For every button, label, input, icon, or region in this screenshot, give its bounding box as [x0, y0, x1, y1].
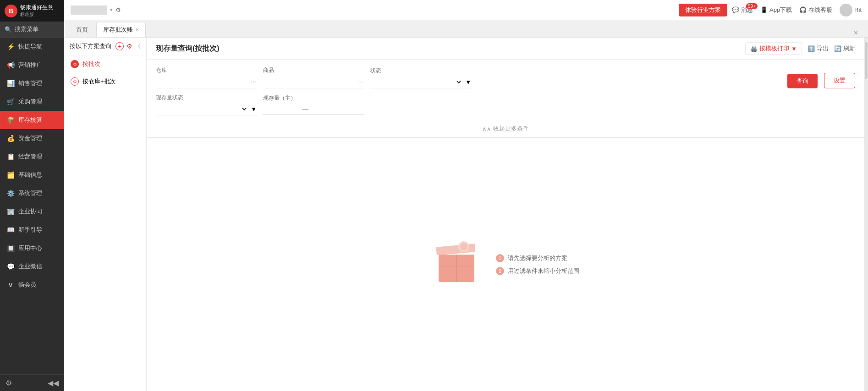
right-content: 现存量查询(按批次) 🖨️ 按模板打印 ▼ ⬆️ 导出 🔄 刷新 — [147, 38, 864, 391]
filter-settings-button[interactable]: 设置 — [824, 73, 855, 88]
collapse-more-icon: ∧∧ — [482, 125, 491, 132]
inventory-qty-min-input[interactable] — [263, 106, 300, 113]
message-icon: 💬 — [732, 6, 739, 13]
sidebar-item-appstore[interactable]: 🔲 应用中心 — [0, 239, 64, 257]
export-button[interactable]: ⬆️ 导出 — [808, 44, 829, 53]
print-button[interactable]: 🖨️ 按模板打印 ▼ — [745, 42, 802, 55]
tip-text-1: 请先选择要分析的方案 — [508, 254, 567, 262]
member-icon: V — [6, 281, 15, 289]
sidebar-search-label: 搜索菜单 — [15, 25, 38, 33]
sidebar-item-label: 应用中心 — [18, 244, 42, 252]
tab-close-icon[interactable]: × — [136, 27, 139, 33]
sidebar-item-label: 销售管理 — [18, 79, 42, 87]
query-button[interactable]: 查询 — [787, 74, 818, 88]
sidebar-item-sales[interactable]: 📊 销售管理 — [0, 74, 64, 92]
scrollbar-thumb[interactable] — [865, 42, 868, 79]
scrollbar-track — [865, 38, 868, 391]
filter-row-1: 仓库 ··· 商品 ··· — [156, 66, 855, 88]
inventory-qty-max-input[interactable] — [311, 106, 348, 113]
sidebar-item-business[interactable]: 📋 经营管理 — [0, 147, 64, 166]
plan-item-by-warehouse-batch[interactable]: ⚙ 按仓库+批次 — [64, 73, 146, 90]
sidebar: B 畅康通好生意 标准版 🔍 搜索菜单 ⚡ 快捷导航 📢 营销推广 📊 销售管理… — [0, 0, 64, 391]
service-icon: 🎧 — [799, 6, 807, 13]
add-plan-button[interactable]: + — [115, 42, 124, 50]
empty-tip-2: 2 用过滤条件来缩小分析范围 — [496, 267, 579, 275]
app-logo: B — [5, 5, 17, 17]
left-panel: 按以下方案查询 + ⚙ 《 ⚙ 按批次 ⚙ 按仓库+批次 — [64, 38, 147, 391]
sidebar-item-guide[interactable]: 📖 新手引导 — [0, 221, 64, 239]
sidebar-search[interactable]: 🔍 搜索菜单 — [0, 22, 64, 38]
sidebar-item-quick-nav[interactable]: ⚡ 快捷导航 — [0, 38, 64, 56]
refresh-icon: 🔄 — [834, 45, 841, 52]
sidebar-item-system[interactable]: ⚙️ 系统管理 — [0, 184, 64, 202]
settings-icon[interactable]: ⚙ — [5, 379, 12, 387]
collapse-panel-icon[interactable]: 《 — [135, 43, 141, 50]
sidebar-item-marketing[interactable]: 📢 营销推广 — [0, 56, 64, 74]
online-service-label: 在线客服 — [808, 6, 832, 14]
sidebar-item-finance[interactable]: 💰 资金管理 — [0, 129, 64, 147]
sidebar-item-basic[interactable]: 🗂️ 基础信息 — [0, 166, 64, 184]
quick-nav-icon: ⚡ — [6, 43, 15, 51]
sidebar-item-label: 采购管理 — [18, 98, 42, 106]
product-dots-icon[interactable]: ··· — [358, 78, 364, 86]
tab-inventory-batch[interactable]: 库存批次账 × — [96, 22, 146, 37]
right-scrollbar[interactable] — [864, 38, 868, 391]
collapse-more-button[interactable]: ∧∧ 收起更多条件 — [156, 121, 855, 137]
filter-area: 仓库 ··· 商品 ··· — [147, 60, 864, 138]
sidebar-item-label: 资金管理 — [18, 134, 42, 142]
filter-group-product: 商品 ··· — [263, 66, 364, 88]
user-profile-button[interactable]: Rit — [840, 4, 862, 16]
left-panel-title: 按以下方案查询 — [70, 42, 111, 50]
inventory-status-arrow-icon: ▼ — [251, 106, 257, 113]
messages-button[interactable]: 💬 消息 99+ — [732, 6, 753, 14]
refresh-button[interactable]: 🔄 刷新 — [834, 44, 855, 53]
warehouse-dots-icon[interactable]: ··· — [251, 78, 257, 86]
purchase-icon: 🛒 — [6, 98, 15, 106]
app-download-button[interactable]: 📱 App下载 — [760, 6, 792, 14]
inventory-qty-label: 现存量（主） — [263, 94, 364, 102]
app-version: 标准版 — [20, 11, 53, 18]
sidebar-item-label: 企业协同 — [18, 207, 42, 216]
industry-solution-button[interactable]: 体验行业方案 — [679, 4, 727, 16]
left-panel-header-icons: + ⚙ 《 — [115, 42, 141, 50]
content-area: 按以下方案查询 + ⚙ 《 ⚙ 按批次 ⚙ 按仓库+批次 现存量查询(按批次) — [64, 38, 868, 391]
tab-home-label: 首页 — [76, 26, 88, 34]
breadcrumb-dropdown-icon[interactable]: ▾ — [110, 7, 113, 13]
sidebar-item-enterprise[interactable]: 🏢 企业协同 — [0, 202, 64, 221]
inventory-status-select[interactable] — [156, 105, 248, 113]
svg-point-5 — [460, 243, 467, 250]
tip-text-2: 用过滤条件来缩小分析范围 — [508, 267, 579, 275]
sidebar-item-label: 营销推广 — [18, 61, 42, 69]
enterprise-icon: 🏢 — [6, 207, 15, 216]
plan-dot-empty: ⚙ — [71, 77, 79, 86]
empty-box-illustration — [432, 239, 482, 289]
status-arrow-icon: ▼ — [465, 79, 471, 86]
collapse-more-label: 收起更多条件 — [493, 125, 529, 133]
warehouse-input[interactable] — [156, 79, 248, 86]
left-panel-header: 按以下方案查询 + ⚙ 《 — [64, 38, 146, 55]
gear-settings-icon[interactable]: ⚙ — [115, 6, 121, 13]
tab-close-all-icon[interactable]: × — [854, 29, 858, 37]
sidebar-app-info: 畅康通好生意 标准版 — [20, 4, 53, 18]
filter-group-inventory-status: 现存量状态 ▼ — [156, 94, 257, 115]
sidebar-item-inventory[interactable]: 📦 库存核算 — [0, 111, 64, 129]
product-input-wrap: ··· — [263, 76, 364, 88]
svg-rect-0 — [436, 244, 475, 255]
plan-item-by-batch[interactable]: ⚙ 按批次 — [64, 55, 146, 73]
user-avatar — [840, 4, 852, 16]
settings-plan-icon[interactable]: ⚙ — [126, 43, 132, 50]
filter-row-2: 现存量状态 ▼ 现存量（主） — — [156, 94, 855, 115]
sidebar-item-member[interactable]: V 畅会员 — [0, 276, 64, 294]
plan-label-by-batch: 按批次 — [82, 60, 100, 68]
status-select[interactable] — [370, 78, 462, 86]
inventory-icon: 📦 — [6, 116, 15, 124]
sidebar-item-wechat[interactable]: 💬 企业微信 — [0, 257, 64, 276]
collapse-sidebar-button[interactable]: ◀◀ — [48, 379, 59, 387]
user-name: Rit — [854, 6, 862, 13]
tab-home[interactable]: 首页 — [70, 22, 94, 37]
product-input[interactable] — [263, 79, 355, 86]
business-icon: 📋 — [6, 152, 15, 161]
warehouse-input-wrap: ··· — [156, 76, 257, 88]
online-service-button[interactable]: 🎧 在线客服 — [799, 6, 832, 14]
sidebar-item-purchase[interactable]: 🛒 采购管理 — [0, 92, 64, 111]
